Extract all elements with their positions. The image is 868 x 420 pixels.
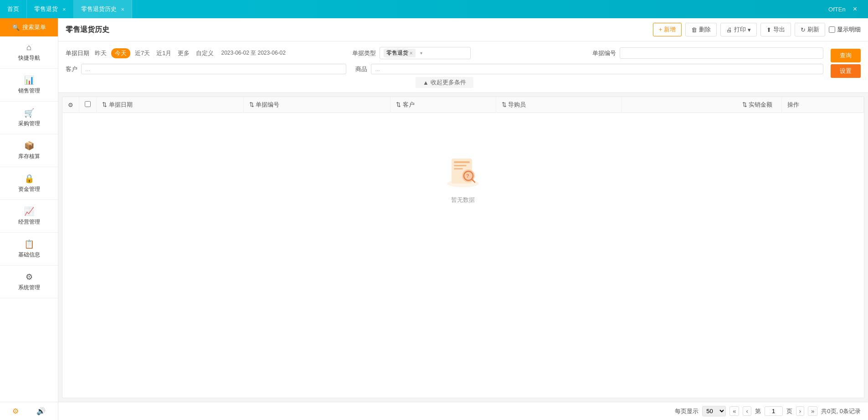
sidebar-item-sales-mgmt[interactable]: 📊 销售管理 (0, 69, 58, 102)
sales-icon: 📊 (24, 75, 34, 85)
top-bar-right: OfTEn × (828, 3, 868, 15)
tab-retail-return-history[interactable]: 零售退货历史 × (74, 0, 133, 18)
sidebar-item-inventory[interactable]: 📦 库存核算 (0, 134, 58, 167)
voucher-type-select[interactable]: 零售退货 × ▾ (380, 47, 471, 59)
filter-settings-button[interactable]: 设置 (831, 64, 861, 78)
sidebar-item-system-mgmt[interactable]: ⚙ 系统管理 (0, 266, 58, 298)
voucher-no-input[interactable] (620, 47, 823, 59)
new-button-label: + 新增 (659, 26, 676, 34)
tab-retail-return-label: 零售退货 (34, 5, 58, 13)
tab-retail-return[interactable]: 零售退货 × (27, 0, 74, 18)
tab-home-label: 首页 (7, 5, 19, 13)
search-menu-button[interactable]: 🔍 搜索菜单 (0, 18, 58, 36)
table-body: ? 暂无数据 (62, 113, 864, 241)
refresh-button-label: 刷新 (807, 26, 819, 34)
page-size-select[interactable]: 50 100 200 (702, 406, 726, 416)
search-menu-icon: 🔍 (12, 24, 20, 31)
voucher-type-arrow: ▾ (420, 51, 422, 56)
often-label: OfTEn (828, 6, 846, 13)
th-customer-label: ⇅ 客户 (396, 101, 415, 108)
content-area: 零售退货历史 + 新增 🗑 删除 🖨 打印 ▾ ⬆ 导出 (58, 18, 868, 420)
print-button[interactable]: 🖨 打印 ▾ (720, 23, 757, 36)
filter-row-1: 单据日期 昨天 今天 近7天 近1月 更多 自定义 2023-06-02 至 2… (66, 47, 823, 59)
tab-retail-return-close[interactable]: × (62, 6, 66, 13)
tab-bar: 首页 零售退货 × 零售退货历史 × (0, 0, 828, 18)
print-chevron-icon: ▾ (748, 26, 751, 33)
new-button[interactable]: + 新增 (653, 23, 682, 36)
voucher-type-tag-remove[interactable]: × (410, 50, 413, 56)
delete-icon: 🗑 (691, 26, 697, 33)
purchase-icon: 🛒 (24, 108, 34, 118)
voucher-type-col: 单据类型 零售退货 × ▾ (352, 47, 583, 59)
home-icon: ⌂ (26, 43, 31, 52)
total-info: 共0页, 0条记录 (821, 407, 861, 415)
collapse-button[interactable]: ▲ 收起更多条件 (416, 77, 473, 88)
th-guide[interactable]: ⇅ 导购员 (496, 97, 622, 113)
svg-text:?: ? (466, 173, 469, 179)
page-number-input[interactable] (765, 406, 783, 416)
column-settings-icon[interactable]: ⚙ (68, 102, 73, 108)
page-next-button[interactable]: › (796, 406, 804, 416)
goods-placeholder: ... (375, 66, 380, 72)
refresh-button[interactable]: ↻ 刷新 (795, 23, 825, 36)
empty-illustration: ? (440, 149, 486, 190)
sidebar-item-operations[interactable]: 📈 经营管理 (0, 200, 58, 233)
th-no[interactable]: ⇅ 单据编号 (243, 97, 390, 113)
th-check[interactable] (79, 97, 97, 113)
pagination-bar: 每页显示 50 100 200 « ‹ 第 页 › » 共0页, 0条记录 (58, 402, 868, 420)
page-label: 第 (755, 407, 761, 415)
date-opt-today[interactable]: 今天 (111, 48, 130, 58)
sidebar-item-basic-info[interactable]: 📋 基础信息 (0, 233, 58, 266)
page-suffix: 页 (786, 407, 792, 415)
page-first-button[interactable]: « (729, 406, 739, 416)
tab-home[interactable]: 首页 (0, 0, 27, 18)
tab-retail-return-history-close[interactable]: × (121, 6, 125, 13)
date-opt-1month[interactable]: 近1月 (154, 48, 173, 58)
date-opt-7days[interactable]: 近7天 (133, 48, 152, 58)
date-range-text: 2023-06-02 至 2023-06-02 (221, 49, 285, 57)
date-opt-custom[interactable]: 自定义 (194, 48, 216, 58)
th-customer[interactable]: ⇅ 客户 (390, 97, 496, 113)
voucher-type-label: 单据类型 (352, 49, 376, 57)
goods-label: 商品 (355, 65, 367, 73)
page-prev-button[interactable]: ‹ (743, 406, 751, 416)
collapse-up-icon: ▲ (423, 79, 429, 86)
page-size-label: 每页显示 (675, 407, 699, 415)
system-icon: ⚙ (26, 272, 33, 282)
query-button[interactable]: 查询 (831, 49, 861, 62)
settings-bottom-icon[interactable]: ⚙ (12, 407, 19, 415)
sidebar-item-inventory-label: 库存核算 (18, 153, 40, 160)
sidebar-item-finance[interactable]: 🔒 资金管理 (0, 167, 58, 200)
th-date-label: ⇅ 单据日期 (102, 101, 133, 108)
th-no-label: ⇅ 单据编号 (249, 101, 280, 108)
export-button[interactable]: ⬆ 导出 (760, 23, 791, 36)
sidebar-bottom: ⚙ 🔊 (0, 402, 58, 420)
volume-icon[interactable]: 🔊 (36, 407, 46, 415)
date-opt-more[interactable]: 更多 (176, 48, 191, 58)
sidebar-item-basic-info-label: 基础信息 (18, 251, 40, 259)
sidebar-item-quick-nav[interactable]: ⌂ 快捷导航 (0, 36, 58, 69)
customer-input[interactable]: ... (81, 64, 346, 74)
window-close-button[interactable]: × (849, 3, 861, 15)
customer-col: 客户 ... (66, 64, 346, 74)
th-settings[interactable]: ⚙ (62, 97, 79, 113)
th-action: 操作 (782, 97, 864, 113)
th-amount[interactable]: ⇅ 实销金额 (622, 97, 782, 113)
sidebar-item-purchase-mgmt[interactable]: 🛒 采购管理 (0, 102, 58, 134)
date-filter-col: 单据日期 昨天 今天 近7天 近1月 更多 自定义 2023-06-02 至 2… (66, 48, 343, 58)
th-date[interactable]: ⇅ 单据日期 (97, 97, 244, 113)
page-last-button[interactable]: » (808, 406, 817, 416)
sidebar-item-sales-label: 销售管理 (18, 87, 40, 95)
delete-button[interactable]: 🗑 删除 (685, 23, 717, 36)
top-bar: 首页 零售退货 × 零售退货历史 × OfTEn × (0, 0, 868, 18)
page-title: 零售退货历史 (66, 25, 109, 35)
filter-left: 单据日期 昨天 今天 近7天 近1月 更多 自定义 2023-06-02 至 2… (66, 47, 823, 92)
date-options: 昨天 今天 近7天 近1月 更多 自定义 (93, 48, 216, 58)
select-all-checkbox[interactable] (85, 101, 91, 107)
date-opt-yesterday[interactable]: 昨天 (93, 48, 108, 58)
goods-input[interactable]: ... (371, 64, 823, 74)
voucher-type-tag: 零售退货 × (384, 49, 416, 57)
basic-info-icon: 📋 (24, 239, 34, 249)
show-detail-checkbox[interactable] (829, 26, 835, 33)
filter-area: 单据日期 昨天 今天 近7天 近1月 更多 自定义 2023-06-02 至 2… (58, 41, 868, 93)
